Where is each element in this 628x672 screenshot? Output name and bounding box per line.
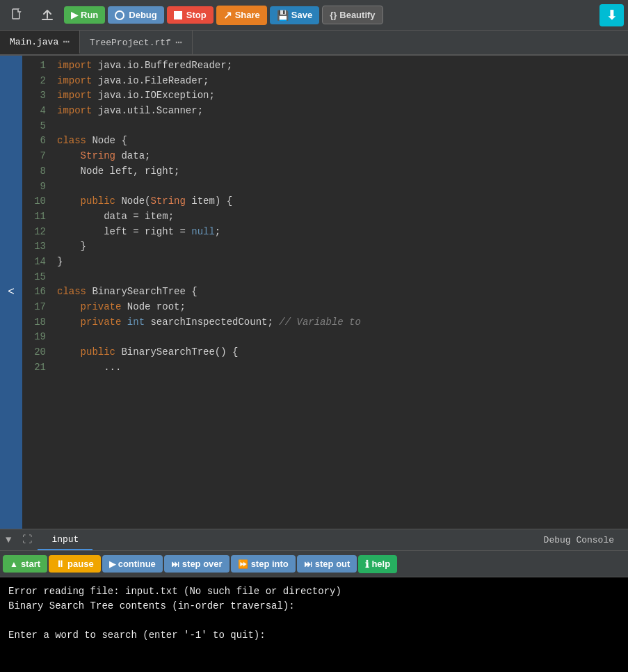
stop-label: Stop bbox=[186, 10, 207, 20]
code-line-11: data = item; bbox=[57, 209, 628, 225]
code-line-20: public BinarySearchTree() { bbox=[57, 345, 628, 360]
line-num: 18 bbox=[22, 315, 46, 330]
beautify-label: Beautify bbox=[339, 10, 375, 20]
start-label: start bbox=[21, 559, 40, 569]
line-num: 13 bbox=[22, 239, 46, 255]
debug-button[interactable]: Debug bbox=[108, 6, 163, 24]
step-over-label: step over bbox=[182, 559, 223, 569]
run-button[interactable]: Run bbox=[64, 6, 105, 24]
line-num: 11 bbox=[22, 209, 46, 225]
continue-label: continue bbox=[118, 559, 156, 569]
code-line-5 bbox=[57, 119, 628, 134]
code-line-21: ... bbox=[57, 360, 628, 376]
start-button[interactable]: ▲ start bbox=[3, 555, 47, 573]
code-line-14: } bbox=[57, 255, 628, 270]
step-out-button[interactable]: ⏭ step out bbox=[297, 555, 357, 573]
code-line-1: import java.io.BufferedReader; bbox=[57, 58, 628, 74]
line-num: 20 bbox=[22, 345, 46, 360]
run-icon bbox=[71, 10, 78, 20]
code-line-10: public Node(String item) { bbox=[57, 194, 628, 209]
panel-split: ▼ ⛶ input Debug Console bbox=[0, 529, 628, 551]
code-line-18: private int searchInspectedCount; // Var… bbox=[57, 315, 628, 330]
line-num: 9 bbox=[22, 179, 46, 195]
line-num: 17 bbox=[22, 300, 46, 315]
help-icon: ℹ bbox=[365, 559, 369, 570]
line-num: 14 bbox=[22, 255, 46, 270]
code-line-17: private Node root; bbox=[57, 300, 628, 315]
code-line-15 bbox=[57, 270, 628, 285]
line-num: 21 bbox=[22, 360, 46, 376]
help-label: help bbox=[371, 559, 390, 569]
step-over-icon: ⏭ bbox=[171, 559, 179, 569]
share-button[interactable]: ↗ Share bbox=[216, 6, 267, 25]
tab-main-java-menu[interactable]: ⋯ bbox=[63, 35, 70, 49]
console-line-1: Error reading file: input.txt (No such f… bbox=[8, 584, 620, 599]
debug-controls: ▲ start ⏸ pause ▶ continue ⏭ step over ⏩… bbox=[0, 551, 628, 577]
step-into-icon: ⏩ bbox=[238, 559, 248, 569]
download-button[interactable]: ⬇ bbox=[599, 4, 624, 26]
share-icon: ↗ bbox=[223, 9, 232, 22]
file-button[interactable] bbox=[4, 5, 31, 26]
step-into-button[interactable]: ⏩ step into bbox=[231, 555, 296, 573]
help-button[interactable]: ℹ help bbox=[358, 555, 397, 573]
tab-main-java-label: Main.java bbox=[10, 37, 58, 47]
continue-icon: ▶ bbox=[109, 559, 115, 569]
pause-icon: ⏸ bbox=[56, 559, 65, 569]
line-num: 12 bbox=[22, 225, 46, 240]
line-num: 6 bbox=[22, 134, 46, 149]
code-line-12: left = right = null; bbox=[57, 225, 628, 240]
upload-button[interactable] bbox=[33, 5, 61, 26]
line-numbers: 1 2 3 4 5 6 7 8 9 10 11 12 13 14 15 16 1… bbox=[22, 56, 51, 529]
run-label: Run bbox=[81, 10, 98, 20]
console-line-3 bbox=[8, 614, 620, 628]
line-num: 1 bbox=[22, 58, 46, 74]
toolbar: Run Debug Stop ↗ Share 💾 Save {} Beautif… bbox=[0, 0, 628, 31]
input-tab[interactable]: input bbox=[38, 530, 92, 550]
line-num: 4 bbox=[22, 104, 46, 119]
code-line-19 bbox=[57, 330, 628, 345]
line-num: 2 bbox=[22, 74, 46, 89]
console-line-4: Enter a word to search (enter '-1' to qu… bbox=[8, 628, 620, 643]
step-over-button[interactable]: ⏭ step over bbox=[164, 555, 230, 573]
line-num: 15 bbox=[22, 270, 46, 285]
tabs-bar: Main.java ⋯ TreeProject.rtf ⋯ bbox=[0, 31, 628, 56]
console-output: Error reading file: input.txt (No such f… bbox=[0, 577, 628, 672]
debug-console-tab[interactable]: Debug Console bbox=[530, 531, 628, 550]
collapse-panel-icon[interactable]: ▼ bbox=[0, 534, 17, 545]
code-editor[interactable]: import java.io.BufferedReader; import ja… bbox=[51, 56, 628, 529]
code-line-8: Node left, right; bbox=[57, 164, 628, 179]
left-sidebar[interactable]: < bbox=[0, 56, 22, 529]
share-label: Share bbox=[235, 10, 260, 20]
beautify-button[interactable]: {} Beautify bbox=[322, 6, 383, 24]
tab-main-java[interactable]: Main.java ⋯ bbox=[0, 31, 80, 54]
editor-area: < 1 2 3 4 5 6 7 8 9 10 11 12 13 14 15 16… bbox=[0, 56, 628, 529]
collapse-arrow[interactable]: < bbox=[8, 286, 15, 298]
line-num: 8 bbox=[22, 164, 46, 179]
pause-button[interactable]: ⏸ pause bbox=[49, 555, 101, 573]
stop-icon bbox=[174, 11, 182, 19]
stop-button[interactable]: Stop bbox=[167, 6, 214, 24]
code-line-13: } bbox=[57, 239, 628, 255]
continue-button[interactable]: ▶ continue bbox=[102, 555, 163, 573]
save-button[interactable]: 💾 Save bbox=[270, 6, 319, 24]
start-icon: ▲ bbox=[10, 559, 18, 569]
console-line-2: Binary Search Tree contents (in-order tr… bbox=[8, 599, 620, 614]
debug-icon bbox=[115, 10, 124, 20]
code-line-3: import java.io.IOException; bbox=[57, 88, 628, 104]
step-out-icon: ⏭ bbox=[304, 559, 312, 569]
line-num: 19 bbox=[22, 330, 46, 345]
code-line-9 bbox=[57, 179, 628, 195]
line-num: 7 bbox=[22, 149, 46, 164]
line-num: 10 bbox=[22, 194, 46, 209]
step-out-label: step out bbox=[315, 559, 351, 569]
line-num: 16 bbox=[22, 285, 46, 300]
code-line-4: import java.util.Scanner; bbox=[57, 104, 628, 119]
expand-panel-icon[interactable]: ⛶ bbox=[17, 534, 38, 545]
tab-tree-project-menu[interactable]: ⋯ bbox=[175, 35, 182, 49]
beautify-icon: {} bbox=[330, 10, 337, 20]
debug-label: Debug bbox=[129, 10, 156, 20]
tab-tree-project[interactable]: TreeProject.rtf ⋯ bbox=[80, 31, 193, 54]
code-line-6: class Node { bbox=[57, 134, 628, 149]
line-num: 3 bbox=[22, 88, 46, 104]
step-into-label: step into bbox=[251, 559, 289, 569]
